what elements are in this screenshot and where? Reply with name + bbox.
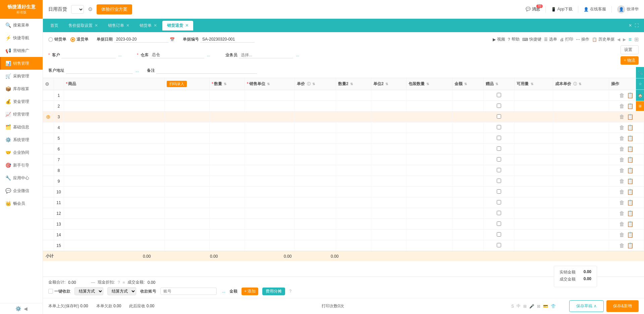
user-menu[interactable]: 👤 徐泽华 (617, 5, 639, 13)
delete-row-btn[interactable]: 🗑 (619, 114, 625, 120)
cost-price-cell[interactable] (553, 122, 609, 133)
online-service-btn[interactable]: 👤 在线客服 (584, 6, 606, 12)
delete-row-btn[interactable]: 🗑 (619, 178, 625, 184)
gift-checkbox[interactable] (497, 104, 501, 108)
print-btn[interactable]: 🖨 打印 (560, 37, 573, 42)
unit2-cell[interactable] (371, 187, 407, 197)
customer-dots[interactable]: ... (118, 53, 122, 57)
unit-price-cell[interactable] (295, 133, 336, 144)
product-cell[interactable] (64, 230, 164, 240)
cost-price-cell[interactable] (553, 144, 609, 154)
copy-row-btn[interactable]: 📋 (627, 221, 634, 227)
copy-row-btn[interactable]: 📋 (627, 157, 634, 163)
sort-icon[interactable]: ⇅ (426, 82, 429, 86)
gift-checkbox[interactable] (497, 136, 501, 140)
unit-price-cell[interactable] (295, 230, 336, 240)
cost-price-cell[interactable] (553, 101, 609, 112)
qty2-cell[interactable] (336, 219, 371, 230)
qty2-cell[interactable] (336, 230, 371, 240)
delete-row-btn[interactable]: 🗑 (619, 221, 625, 227)
sidebar-item-finance[interactable]: 💰 资金管理 (0, 95, 43, 108)
sales-unit-cell[interactable] (245, 219, 295, 230)
radio-sales[interactable]: 销货单 (48, 37, 66, 42)
gift-cell[interactable] (483, 144, 515, 154)
fee-split-btn[interactable]: 费用分摊 (262, 288, 285, 295)
topbar-gear-icon[interactable]: ⚙ (88, 6, 93, 12)
sidebar-item-cooperation[interactable]: 🤝 企业协同 (0, 146, 43, 159)
message-btn[interactable]: 💬 70 消息 (526, 6, 540, 12)
amount-cell[interactable] (452, 230, 483, 240)
delete-row-btn[interactable]: 🗑 (619, 210, 625, 216)
gift-cell[interactable] (483, 90, 515, 101)
cost-price-cell[interactable] (553, 165, 609, 176)
available-cell[interactable] (515, 197, 553, 208)
copy-row-btn[interactable]: 📋 (627, 200, 634, 205)
delete-row-btn[interactable]: 🗑 (619, 157, 625, 163)
qty2-cell[interactable] (336, 154, 371, 165)
unit-price-cell[interactable] (295, 144, 336, 154)
sales-unit-cell[interactable] (245, 101, 295, 112)
unit2-cell[interactable] (371, 112, 407, 122)
gift-checkbox[interactable] (497, 168, 501, 172)
qty-cell[interactable] (210, 133, 245, 144)
available-cell[interactable] (515, 230, 553, 240)
gift-cell[interactable] (483, 112, 515, 122)
sales-unit-cell[interactable] (245, 90, 295, 101)
product-cell[interactable] (64, 197, 164, 208)
tab-sales[interactable]: 销货单 ✕ (135, 21, 162, 30)
amount-cell[interactable] (452, 90, 483, 101)
pkg-qty-cell[interactable] (407, 144, 452, 154)
video-btn[interactable]: ▶ 视频 (493, 37, 505, 42)
available-cell[interactable] (515, 133, 553, 144)
gift-checkbox[interactable] (497, 93, 501, 97)
nav-next-icon[interactable]: ▶ (623, 37, 626, 42)
delete-row-btn[interactable]: 🗑 (619, 103, 625, 109)
gift-cell[interactable] (483, 219, 515, 230)
one-click-label[interactable]: 一键收款 (48, 289, 70, 294)
radio-return[interactable]: 退货单 (70, 37, 89, 42)
delete-row-btn[interactable]: 🗑 (619, 189, 625, 195)
product-input[interactable] (66, 115, 162, 119)
product-cell[interactable] (64, 112, 164, 122)
gift-checkbox[interactable] (497, 243, 501, 247)
sales-unit-cell[interactable] (245, 154, 295, 165)
address-input[interactable] (66, 67, 133, 74)
product-cell[interactable] (64, 122, 164, 133)
gift-checkbox[interactable] (497, 146, 501, 151)
sidebar-item-basic[interactable]: 🗂️ 基础信息 (0, 121, 43, 133)
unit-price-cell[interactable] (295, 90, 336, 101)
qty2-cell[interactable] (336, 240, 371, 251)
gift-cell[interactable] (483, 187, 515, 197)
sidebar-item-system[interactable]: ⚙️ 系统管理 (0, 133, 43, 146)
sidebar-item-apps[interactable]: 🔧 应用中心 (0, 172, 43, 184)
sales-unit-cell[interactable] (245, 122, 295, 133)
product-cell[interactable] (64, 208, 164, 219)
unit2-cell[interactable] (371, 197, 407, 208)
delete-row-btn[interactable]: 🗑 (619, 200, 625, 205)
sales-unit-cell[interactable] (245, 165, 295, 176)
sales-unit-cell[interactable] (245, 144, 295, 154)
qty-cell[interactable] (210, 219, 245, 230)
discount-help-icon[interactable]: ? (118, 280, 120, 285)
pkg-qty-cell[interactable] (407, 219, 452, 230)
gift-cell[interactable] (483, 101, 515, 112)
cost-price-cell[interactable] (553, 90, 609, 101)
unit-price-cell[interactable] (295, 165, 336, 176)
trial-btn[interactable]: 体验行业方案 (97, 4, 132, 14)
available-cell[interactable] (515, 208, 553, 219)
copy-row-btn[interactable]: 📋 (627, 135, 634, 141)
qty-cell[interactable] (210, 101, 245, 112)
gift-checkbox[interactable] (497, 232, 501, 237)
copy-row-btn[interactable]: 📋 (627, 92, 634, 98)
warehouse-input[interactable] (150, 52, 204, 58)
cost-price-cell[interactable] (553, 154, 609, 165)
pkg-qty-cell[interactable] (407, 133, 452, 144)
sidebar-item-search[interactable]: 🔍 搜索菜单 (0, 19, 43, 32)
shortcut-btn[interactable]: ⌨ 快捷键 (522, 37, 541, 42)
cost-price-cell[interactable] (553, 187, 609, 197)
available-cell[interactable] (515, 240, 553, 251)
warehouse-dots[interactable]: ... (207, 53, 210, 57)
bill-no-input[interactable] (200, 36, 255, 43)
gift-checkbox[interactable] (497, 125, 501, 129)
save-draft-btn[interactable]: 保存草稿 ∧ (569, 300, 604, 312)
